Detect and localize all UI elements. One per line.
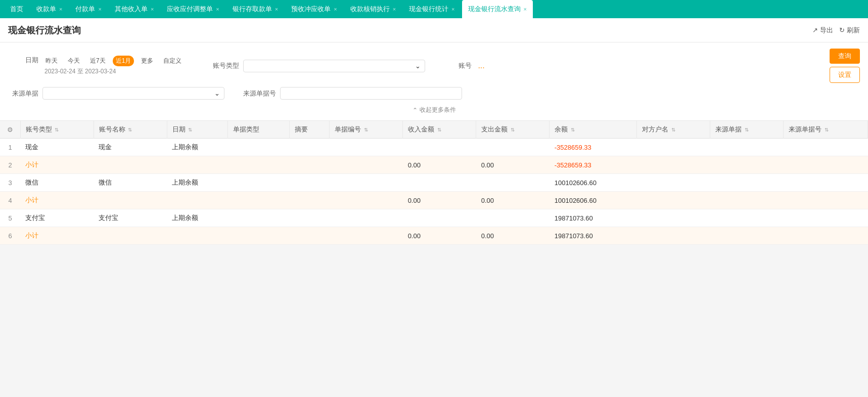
table-col-doc-no[interactable]: 单据编号 ⇅ xyxy=(330,121,403,139)
refresh-button[interactable]: ↻ 刷新 xyxy=(839,26,860,35)
account-type-select[interactable]: ⌄ xyxy=(243,60,425,72)
row-account-name xyxy=(94,156,167,174)
row-date xyxy=(167,192,228,209)
table-row[interactable]: 4 小计 0.00 0.00 100102606.60 xyxy=(0,192,868,209)
nav-tab-pre-receive[interactable]: 预收冲应收单 × xyxy=(285,0,343,18)
nav-tab-payment[interactable]: 付款单 × xyxy=(69,0,107,18)
nav-tab-cash-bank-flow-close[interactable]: × xyxy=(524,6,527,12)
query-button[interactable]: 查询 xyxy=(830,49,860,64)
row-counterpart xyxy=(636,192,710,209)
export-button[interactable]: ↗ 导出 xyxy=(812,26,833,35)
account-type-label: 账号类型 xyxy=(209,61,239,70)
nav-tab-bank-deposit-label: 银行存取款单 xyxy=(233,5,272,14)
nav-tab-receipt-verify-close[interactable]: × xyxy=(393,6,396,12)
row-account-type: 微信 xyxy=(20,174,94,192)
table-col-counterpart[interactable]: 对方户名 ⇅ xyxy=(636,121,710,139)
sort-icon-source-doc: ⇅ xyxy=(745,127,749,133)
nav-tab-cash-bank-stat[interactable]: 现金银行统计 × xyxy=(403,0,461,18)
refresh-label: 刷新 xyxy=(847,26,860,35)
table-col-expense[interactable]: 支出金额 ⇅ xyxy=(476,121,550,139)
row-balance: 100102606.60 xyxy=(550,174,637,192)
nav-tab-receipt-verify[interactable]: 收款核销执行 × xyxy=(344,0,402,18)
table-row[interactable]: 6 小计 0.00 0.00 19871073.60 xyxy=(0,227,868,245)
nav-tab-ar-ap-adjust-close[interactable]: × xyxy=(216,6,219,12)
nav-tab-receipt-label: 收款单 xyxy=(36,5,56,14)
table-col-source-doc[interactable]: 来源单据 ⇅ xyxy=(710,121,784,139)
table-col-gear[interactable]: ⚙ xyxy=(0,121,20,139)
collapse-row: ⌃ 收起更多条件 xyxy=(8,104,860,114)
date-shortcut-1month[interactable]: 近1月 xyxy=(113,56,134,66)
refresh-icon: ↻ xyxy=(839,26,845,34)
nav-tab-receipt-close[interactable]: × xyxy=(59,6,62,12)
top-nav: 首页 收款单 × 付款单 × 其他收入单 × 应收应付调整单 × 银行存取款单 … xyxy=(0,0,868,18)
collapse-button[interactable]: ⌃ 收起更多条件 xyxy=(413,106,456,114)
row-source-doc xyxy=(710,209,784,227)
nav-tab-pre-receive-label: 预收冲应收单 xyxy=(291,5,331,14)
table-col-account-name[interactable]: 账号名称 ⇅ xyxy=(94,121,167,139)
nav-tab-bank-deposit[interactable]: 银行存取款单 × xyxy=(226,0,284,18)
date-shortcut-7days[interactable]: 近7天 xyxy=(87,56,109,66)
col-source-doc-label: 来源单据 xyxy=(715,125,742,133)
row-index: 5 xyxy=(0,209,20,227)
nav-tab-receipt[interactable]: 收款单 × xyxy=(30,0,68,18)
row-account-type: 小计 xyxy=(20,192,94,209)
date-shortcut-custom[interactable]: 自定义 xyxy=(160,56,185,66)
row-income xyxy=(403,139,476,156)
table-header-row: ⚙ 账号类型 ⇅ 账号名称 ⇅ 日期 ⇅ 单据类型 摘要 xyxy=(0,121,868,139)
row-summary xyxy=(290,156,330,174)
table-col-date[interactable]: 日期 ⇅ xyxy=(167,121,228,139)
sort-icon-date: ⇅ xyxy=(188,127,192,133)
date-shortcut-yesterday[interactable]: 昨天 xyxy=(42,56,61,66)
nav-tab-cash-bank-flow[interactable]: 现金银行流水查询 × xyxy=(462,0,533,18)
col-counterpart-label: 对方户名 xyxy=(642,125,668,133)
sort-icon-balance: ⇅ xyxy=(571,127,575,133)
table-col-income[interactable]: 收入金额 ⇅ xyxy=(403,121,476,139)
nav-tab-ar-ap-adjust-label: 应收应付调整单 xyxy=(167,5,213,14)
source-doc-select[interactable]: ⌄ xyxy=(42,87,224,100)
table-col-balance[interactable]: 余额 ⇅ xyxy=(550,121,637,139)
row-source-doc xyxy=(710,156,784,174)
row-expense xyxy=(476,139,550,156)
date-shortcuts: 昨天 今天 近7天 近1月 更多 自定义 xyxy=(42,56,185,66)
row-source-doc-no xyxy=(784,192,868,209)
source-doc-no-input[interactable] xyxy=(280,87,462,100)
table-row[interactable]: 3 微信 微信 上期余额 100102606.60 xyxy=(0,174,868,192)
col-doc-no-label: 单据编号 xyxy=(335,125,361,133)
date-shortcut-more[interactable]: 更多 xyxy=(138,56,156,66)
table-row[interactable]: 5 支付宝 支付宝 上期余额 19871073.60 xyxy=(0,209,868,227)
nav-tab-payment-close[interactable]: × xyxy=(98,6,101,12)
row-balance: 19871073.60 xyxy=(550,227,637,245)
table-col-summary[interactable]: 摘要 xyxy=(290,121,330,139)
nav-tab-home[interactable]: 首页 xyxy=(4,0,29,18)
table-col-doc-type[interactable]: 单据类型 xyxy=(228,121,290,139)
nav-tab-ar-ap-adjust[interactable]: 应收应付调整单 × xyxy=(161,0,225,18)
nav-tab-home-label: 首页 xyxy=(10,5,23,14)
row-doc-type xyxy=(228,209,290,227)
row-account-name xyxy=(94,192,167,209)
nav-tab-other-income-close[interactable]: × xyxy=(151,6,154,12)
row-doc-no xyxy=(330,192,403,209)
settings-button[interactable]: 设置 xyxy=(830,67,860,83)
row-income xyxy=(403,174,476,192)
table-row[interactable]: 2 小计 0.00 0.00 -3528659.33 xyxy=(0,156,868,174)
table-container: ⚙ 账号类型 ⇅ 账号名称 ⇅ 日期 ⇅ 单据类型 摘要 xyxy=(0,121,868,245)
nav-tab-other-income-label: 其他收入单 xyxy=(115,5,148,14)
account-dots-button[interactable]: ... xyxy=(476,59,486,72)
table-col-source-doc-no[interactable]: 来源单据号 ⇅ xyxy=(784,121,868,139)
row-source-doc xyxy=(710,174,784,192)
row-summary xyxy=(290,192,330,209)
table-col-account-type[interactable]: 账号类型 ⇅ xyxy=(20,121,94,139)
row-counterpart xyxy=(636,209,710,227)
row-doc-type xyxy=(228,192,290,209)
date-shortcut-today[interactable]: 今天 xyxy=(65,56,83,66)
row-doc-no xyxy=(330,174,403,192)
nav-tab-bank-deposit-close[interactable]: × xyxy=(275,6,278,12)
row-doc-no xyxy=(330,209,403,227)
nav-tab-other-income[interactable]: 其他收入单 × xyxy=(109,0,160,18)
table-row[interactable]: 1 现金 现金 上期余额 -3528659.33 xyxy=(0,139,868,156)
gear-icon[interactable]: ⚙ xyxy=(7,126,13,134)
row-counterpart xyxy=(636,139,710,156)
nav-tab-cash-bank-stat-close[interactable]: × xyxy=(451,6,454,12)
nav-tab-pre-receive-close[interactable]: × xyxy=(334,6,337,12)
row-balance: -3528659.33 xyxy=(550,139,637,156)
